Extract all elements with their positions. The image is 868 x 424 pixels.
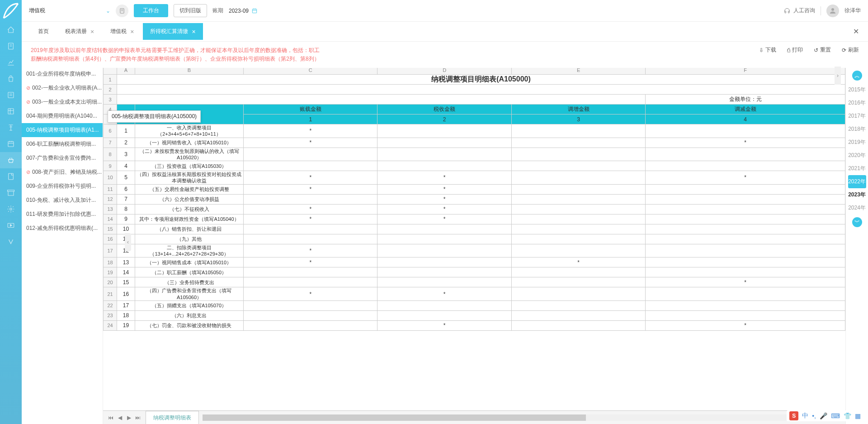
data-cell[interactable] [511, 148, 645, 161]
data-cell[interactable] [511, 277, 645, 287]
expand-handle[interactable]: › [835, 67, 841, 85]
form-item[interactable]: ⊘008-资产折旧、摊销及纳税... [22, 165, 103, 179]
nav-bag-icon[interactable] [0, 71, 22, 87]
ime-logo-icon[interactable]: S [789, 411, 798, 420]
print-button[interactable]: ⎙打印 [787, 46, 803, 54]
data-cell[interactable] [646, 148, 845, 161]
data-cell[interactable] [377, 300, 511, 310]
note-icon-button[interactable] [116, 5, 128, 17]
refresh-button[interactable]: ⟳刷新 [842, 46, 859, 54]
ime-skin-icon[interactable]: 👕 [844, 412, 851, 419]
data-cell[interactable] [244, 320, 377, 330]
ime-punct-icon[interactable]: •, [812, 412, 816, 419]
year-2021年[interactable]: 2021年 [848, 162, 866, 175]
year-2018年[interactable]: 2018年 [848, 123, 866, 136]
data-cell[interactable] [646, 267, 845, 277]
nav-chart-icon[interactable] [0, 54, 22, 71]
year-2017年[interactable]: 2017年 [848, 110, 866, 123]
data-cell[interactable] [646, 214, 845, 224]
data-cell[interactable]: * [244, 214, 377, 224]
form-item[interactable]: ⊘003-一般企业成本支出明细... [22, 95, 103, 109]
data-cell[interactable] [377, 138, 511, 148]
form-item[interactable]: 001-企业所得税年度纳税申... [22, 67, 103, 81]
nav-archive-icon[interactable] [0, 185, 22, 201]
form-item[interactable]: 011-研发费用加计扣除优惠... [22, 207, 103, 221]
sheet-first[interactable]: ⏮ [107, 414, 115, 421]
tab-close-icon[interactable]: × [130, 28, 134, 35]
data-cell[interactable] [646, 124, 845, 138]
data-cell[interactable]: * [244, 138, 377, 148]
year-2015年[interactable]: 2015年 [848, 83, 866, 96]
form-item[interactable]: 007-广告费和业务宣传费跨... [22, 151, 103, 165]
data-cell[interactable] [511, 244, 645, 257]
data-cell[interactable] [244, 234, 377, 244]
form-item[interactable]: 004-期间费用明细表(A1040... [22, 109, 103, 123]
data-cell[interactable]: * [377, 287, 511, 301]
tab-增值税[interactable]: 增值税× [103, 23, 141, 40]
nav-calendar-icon[interactable] [0, 136, 22, 152]
data-cell[interactable] [511, 161, 645, 171]
support-button[interactable]: 人工咨询 [783, 7, 815, 14]
data-cell[interactable]: * [244, 171, 377, 185]
data-cell[interactable] [646, 287, 845, 301]
data-cell[interactable]: * [511, 257, 645, 267]
data-cell[interactable]: * [244, 257, 377, 267]
data-cell[interactable]: * [377, 194, 511, 204]
ime-mic-icon[interactable]: 🎤 [820, 412, 827, 419]
form-item[interactable]: 006-职工薪酬纳税调整明细... [22, 137, 103, 151]
data-cell[interactable] [244, 267, 377, 277]
sheet-last[interactable]: ⏭ [134, 414, 142, 421]
workbench-button[interactable]: 工作台 [134, 4, 168, 17]
data-cell[interactable]: * [646, 320, 845, 330]
data-cell[interactable] [377, 148, 511, 161]
data-cell[interactable] [377, 224, 511, 234]
user-avatar[interactable] [826, 5, 839, 17]
year-scroll-down[interactable]: ︾ [852, 217, 862, 227]
form-item[interactable]: 005-纳税调整项目明细表(A1... [22, 123, 103, 137]
data-cell[interactable] [377, 124, 511, 138]
data-cell[interactable] [244, 161, 377, 171]
reset-button[interactable]: ↺重置 [814, 46, 831, 54]
data-cell[interactable]: * [377, 171, 511, 185]
year-2023年[interactable]: 2023年 [848, 188, 866, 201]
data-cell[interactable] [377, 234, 511, 244]
company-dropdown[interactable]: 增值税 ⌄ [29, 7, 110, 14]
data-cell[interactable] [377, 310, 511, 320]
nav-v-icon[interactable] [0, 233, 22, 250]
data-cell[interactable]: * [377, 214, 511, 224]
data-cell[interactable] [244, 194, 377, 204]
data-cell[interactable] [511, 171, 645, 185]
horizontal-scrollbar[interactable] [203, 414, 842, 421]
nav-home-icon[interactable] [0, 22, 22, 38]
data-cell[interactable]: * [244, 204, 377, 214]
year-2022年[interactable]: 2022年 [848, 175, 866, 188]
data-cell[interactable] [511, 124, 645, 138]
form-item[interactable]: 009-企业所得税弥补亏损明... [22, 179, 103, 193]
data-cell[interactable] [244, 148, 377, 161]
data-cell[interactable] [511, 300, 645, 310]
tab-首页[interactable]: 首页 [31, 23, 56, 40]
data-cell[interactable] [646, 244, 845, 257]
data-cell[interactable] [511, 310, 645, 320]
nav-basket-icon[interactable] [0, 152, 22, 168]
data-cell[interactable] [244, 300, 377, 310]
data-cell[interactable] [377, 267, 511, 277]
data-cell[interactable] [646, 204, 845, 214]
data-cell[interactable] [511, 194, 645, 204]
data-cell[interactable] [646, 234, 845, 244]
data-cell[interactable] [244, 310, 377, 320]
data-cell[interactable] [511, 320, 645, 330]
nav-doc-icon[interactable] [0, 38, 22, 54]
data-cell[interactable]: * [244, 244, 377, 257]
data-cell[interactable] [511, 184, 645, 194]
data-cell[interactable] [244, 277, 377, 287]
data-cell[interactable] [646, 257, 845, 267]
nav-report-icon[interactable] [0, 168, 22, 185]
nav-video-icon[interactable] [0, 217, 22, 233]
data-cell[interactable] [646, 184, 845, 194]
year-2020年[interactable]: 2020年 [848, 149, 866, 162]
data-cell[interactable]: * [244, 184, 377, 194]
tab-所得税汇算清缴[interactable]: 所得税汇算清缴× [143, 23, 203, 40]
grid-wrapper[interactable]: ABCDEF1纳税调整项目明细表(A105000)23金额单位：元4行次项 目账… [103, 65, 845, 410]
data-cell[interactable] [511, 214, 645, 224]
